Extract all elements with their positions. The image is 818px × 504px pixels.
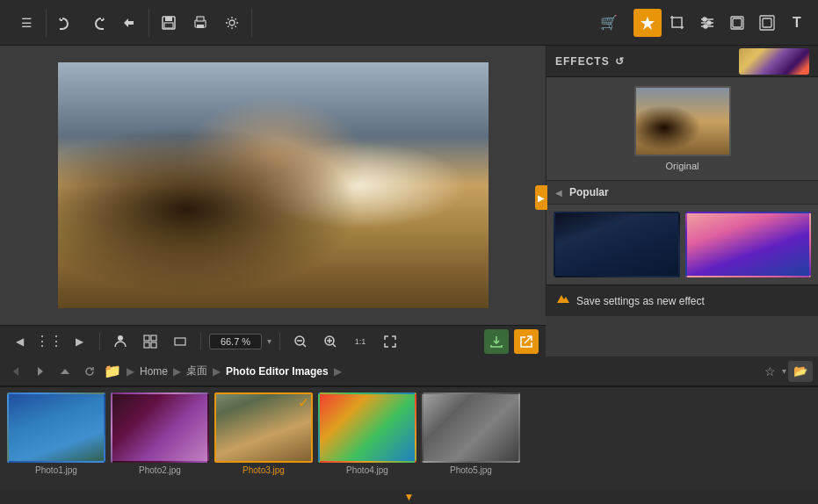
save-button[interactable] xyxy=(155,9,183,37)
ratio-button[interactable]: 1:1 xyxy=(348,329,373,354)
right-panel-wrapper: ▶ EFFECTS ↺ Original ◀ xyxy=(546,46,818,356)
crop-tool-button[interactable] xyxy=(663,9,691,37)
effects-tool-button[interactable] xyxy=(633,9,662,37)
panel-expand-arrow[interactable]: ▶ xyxy=(535,185,547,210)
svg-line-28 xyxy=(333,343,337,347)
svg-rect-2 xyxy=(164,23,173,28)
settings-button[interactable] xyxy=(218,9,246,37)
frames-tool-button[interactable] xyxy=(753,9,781,37)
original-label: Original xyxy=(666,161,699,171)
file-name-photo3: Photo3.jpg xyxy=(243,465,285,475)
person-view-button[interactable] xyxy=(108,329,133,354)
svg-rect-19 xyxy=(144,335,149,341)
popular-section-header[interactable]: ◀ Popular xyxy=(547,180,818,205)
svg-point-11 xyxy=(703,18,706,21)
redo-button[interactable] xyxy=(115,9,143,37)
effect-item-1[interactable] xyxy=(554,212,680,277)
cart-group: 🛒 xyxy=(590,9,633,37)
right-panel: EFFECTS ↺ Original ◀ Popular xyxy=(546,46,818,316)
breadcrumb-folder-icon: 📁 xyxy=(104,363,121,379)
svg-line-25 xyxy=(303,343,307,347)
file-name-photo4: Photo4.jpg xyxy=(346,465,388,475)
svg-point-18 xyxy=(118,335,123,341)
svg-rect-20 xyxy=(151,335,156,341)
cart-button[interactable]: 🛒 xyxy=(595,9,623,37)
open-folder-button[interactable]: 📂 xyxy=(788,361,813,382)
download-button[interactable] xyxy=(484,329,509,354)
file-item-photo5[interactable]: Photo5.jpg xyxy=(422,392,520,475)
file-item-photo2[interactable]: Photo2.jpg xyxy=(111,392,209,475)
effects-reset-button[interactable]: ↺ xyxy=(615,55,625,68)
file-thumb-photo2 xyxy=(111,392,209,463)
save-settings-text: Save settings as new effect xyxy=(576,295,705,307)
bc-level1[interactable]: 桌面 xyxy=(186,364,207,378)
nav-right-button[interactable]: ▶ xyxy=(67,329,91,354)
print-button[interactable] xyxy=(186,9,214,37)
effects-header: EFFECTS ↺ xyxy=(547,46,818,77)
nav-left-button[interactable]: ◀ xyxy=(7,329,32,354)
breadcrumb-bar: 📁 ▶ Home ▶ 桌面 ▶ Photo Editor Images ▶ ☆ … xyxy=(0,356,818,386)
zoom-toolbar: ◀ ⋮⋮ ▶ 66.7 % ▾ 1:1 xyxy=(0,325,546,356)
zoom-dropdown-icon[interactable]: ▾ xyxy=(267,336,271,346)
canvas-area: ◀ ⋮⋮ ▶ 66.7 % ▾ 1:1 xyxy=(0,46,546,356)
canvas-wrapper xyxy=(0,46,546,325)
bottom-arrow-bar: ▼ xyxy=(0,490,818,504)
view-mode-button[interactable] xyxy=(138,329,163,354)
undo2-button[interactable] xyxy=(83,9,112,37)
svg-rect-22 xyxy=(151,342,156,348)
export-button[interactable] xyxy=(514,329,539,354)
effect-item-2[interactable] xyxy=(685,212,812,277)
selected-checkmark: ✓ xyxy=(298,394,309,411)
main-area: ◀ ⋮⋮ ▶ 66.7 % ▾ 1:1 xyxy=(0,46,818,356)
adjust-tool-button[interactable] xyxy=(693,9,721,37)
top-toolbar: ☰ 🛒 xyxy=(0,0,818,46)
undo-button[interactable] xyxy=(52,9,80,37)
forward-button[interactable] xyxy=(30,361,51,382)
popular-collapse-icon: ◀ xyxy=(555,188,562,198)
svg-rect-5 xyxy=(197,25,204,28)
svg-marker-7 xyxy=(641,17,655,30)
save-settings-bar: Save settings as new effect xyxy=(547,284,818,316)
bc-home[interactable]: Home xyxy=(140,365,168,378)
bc-sep3: ▶ xyxy=(213,365,221,378)
file-name-photo2: Photo2.jpg xyxy=(139,465,181,475)
svg-rect-4 xyxy=(197,17,204,21)
file-item-photo4[interactable]: Photo4.jpg xyxy=(318,392,416,475)
nav-lines-button[interactable]: ⋮⋮ xyxy=(37,329,62,354)
file-item-photo1[interactable]: Photo1.jpg xyxy=(7,392,105,475)
effects-grid xyxy=(547,205,818,284)
layers-tool-button[interactable] xyxy=(723,9,751,37)
menu-button[interactable]: ☰ xyxy=(12,9,40,37)
file-thumb-photo4 xyxy=(318,392,416,463)
refresh-button[interactable] xyxy=(79,361,100,382)
zoom-in-button[interactable] xyxy=(318,329,343,354)
file-browser: Photo1.jpg Photo2.jpg ✓ Photo3.jpg Photo… xyxy=(0,386,818,490)
file-name-photo5: Photo5.jpg xyxy=(450,465,492,475)
up-button[interactable] xyxy=(54,361,76,382)
zoom-display[interactable]: 66.7 % xyxy=(209,334,262,349)
expand-button[interactable] xyxy=(378,329,402,354)
svg-point-12 xyxy=(707,21,711,25)
bookmark-button[interactable]: ☆ xyxy=(759,361,780,382)
svg-rect-1 xyxy=(165,17,172,21)
scroll-down-arrow[interactable]: ▼ xyxy=(404,491,415,503)
bookmark-dropdown[interactable]: ▾ xyxy=(782,366,786,376)
fit-view-button[interactable] xyxy=(168,329,192,354)
back-button[interactable] xyxy=(5,361,26,382)
svg-point-13 xyxy=(704,25,707,28)
bc-current: Photo Editor Images xyxy=(226,365,329,378)
menu-group: ☰ xyxy=(7,9,47,37)
effects-label: EFFECTS xyxy=(555,55,610,68)
effects-preview xyxy=(739,48,809,75)
file-item-photo3[interactable]: ✓ Photo3.jpg xyxy=(214,392,313,475)
bc-sep1: ▶ xyxy=(127,365,134,378)
right-tools: T xyxy=(633,9,811,37)
original-thumb[interactable] xyxy=(634,86,731,156)
effects-scroll[interactable]: Original ◀ Popular xyxy=(547,77,818,284)
svg-rect-23 xyxy=(175,338,185,345)
text-tool-button[interactable]: T xyxy=(783,9,811,37)
file-name-photo1: Photo1.jpg xyxy=(35,465,77,475)
zoom-out-button[interactable] xyxy=(288,329,313,354)
original-section: Original xyxy=(547,77,818,180)
svg-rect-21 xyxy=(144,342,149,348)
